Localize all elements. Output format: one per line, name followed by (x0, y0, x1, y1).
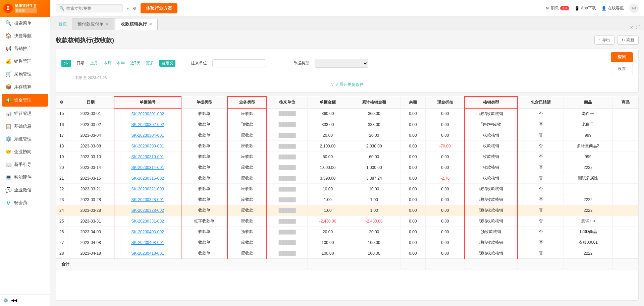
query-button[interactable]: 查询 (611, 52, 633, 62)
code-link[interactable]: SK-20230302-002 (131, 122, 164, 127)
voucher-type-select[interactable] (315, 59, 368, 68)
col-discount[interactable]: 现金折扣 (426, 97, 465, 108)
cell-code[interactable]: SK-20230328-001 (114, 194, 181, 205)
code-link[interactable]: SK-20230301-002 (131, 112, 164, 116)
col-verify-type[interactable]: 核销类型 (465, 97, 518, 108)
online-service-btn[interactable]: 👤 在线客服 (601, 5, 624, 11)
col-verified[interactable]: 累计核销金额 (348, 97, 400, 108)
tab-home[interactable]: 首页 (54, 18, 71, 30)
sidebar-item-sales[interactable]: 💰 销售管理 (0, 55, 50, 68)
sidebar-item-purchase[interactable]: 🛒 采购管理 (0, 68, 50, 80)
code-link[interactable]: SK-20230403-002 (131, 230, 164, 234)
cell-voucher-type: 收款单 (181, 119, 227, 130)
code-link[interactable]: SK-20230321-003 (131, 187, 164, 191)
cell-code[interactable]: SK-20230408-001 (114, 237, 181, 248)
app-download-btn[interactable]: 📱 App下载 (575, 5, 596, 11)
dropdown-arrow-icon[interactable]: ▾ (127, 6, 129, 11)
col-balance[interactable]: 余额 (400, 97, 425, 108)
code-link[interactable]: SK-20230304-001 (131, 133, 164, 138)
code-link[interactable]: SK-20230310-001 (131, 155, 164, 159)
cell-code[interactable]: SK-20230331-002 (114, 216, 181, 227)
filter-expand-toggle[interactable]: ≫ (61, 60, 71, 67)
sidebar-item-finance[interactable]: 💵 资金管理 (2, 94, 48, 107)
col-included[interactable]: 包含已结清 (518, 97, 564, 108)
code-link[interactable]: SK-20230328-002 (131, 208, 164, 213)
sidebar-item-guide[interactable]: 📖 新手引导 (0, 158, 50, 171)
sidebar-item-inventory[interactable]: 📦 库存核算 (0, 80, 50, 93)
col-amount[interactable]: 单据金额 (308, 97, 348, 108)
cell-code[interactable]: SK-20230308-001 (114, 141, 181, 151)
date-this-year[interactable]: 本年 (117, 60, 125, 66)
collapse-icon[interactable]: ◀◀ (11, 298, 17, 303)
partner-dots[interactable]: ··· (271, 61, 278, 66)
cell-biz-type: 应收款 (227, 237, 267, 248)
code-link[interactable]: SK-20230408-001 (131, 240, 164, 245)
close-window-icon[interactable]: ✕ (630, 25, 633, 30)
settings-icon[interactable]: ⚙ (133, 6, 137, 11)
setting-button[interactable]: 设置 (611, 64, 633, 74)
cell-code[interactable]: SK-20230321-003 (114, 184, 181, 194)
hardware-icon: 💻 (5, 174, 11, 180)
code-link[interactable]: SK-20230308-001 (131, 144, 164, 148)
cell-code[interactable]: SK-20230418-001 (114, 248, 181, 259)
sidebar-item-marketing[interactable]: 📢 营销推广 (0, 42, 50, 55)
tab-receipt-close[interactable]: ✕ (149, 22, 152, 26)
cell-code[interactable]: SK-20230310-001 (114, 151, 181, 162)
col-voucher-type[interactable]: 单据类型 (181, 97, 227, 108)
col-date[interactable]: 日期 (67, 97, 114, 108)
sidebar-item-basic[interactable]: 📋 基础信息 (0, 120, 50, 133)
refresh-button[interactable]: ↻ 刷新 (617, 36, 639, 45)
col-goods2[interactable]: 商品 (613, 97, 638, 108)
col-biz-type[interactable]: 业务类型 (227, 97, 267, 108)
code-link[interactable]: SK-20230315-002 (131, 176, 164, 181)
date-custom[interactable]: 自定义 (159, 60, 175, 67)
sidebar-item-search[interactable]: 🔍 搜索菜单 (0, 17, 50, 29)
sidebar-item-collab[interactable]: 🤝 企业协同 (0, 145, 50, 158)
code-link[interactable]: SK-20230314-001 (131, 165, 164, 170)
operation-icon: 📊 (5, 111, 11, 117)
col-goods1[interactable]: 商品 (564, 97, 613, 108)
maximize-icon[interactable]: ⛶ (636, 25, 640, 30)
cell-code[interactable]: SK-20230314-001 (114, 162, 181, 173)
cell-biz-type: 应收款 (227, 162, 267, 173)
sidebar-item-system[interactable]: ⚙️ 系统管理 (0, 133, 50, 145)
gear-icon[interactable]: ⚙️ (3, 298, 8, 303)
col-gear[interactable]: ⚙ (56, 97, 67, 108)
code-link[interactable]: SK-20230328-001 (131, 197, 164, 202)
sidebar-item-quicknav[interactable]: 🏠 快捷导航 (0, 29, 50, 42)
date-this-month[interactable]: 本月 (103, 60, 111, 66)
date-7days[interactable]: 近7天 (130, 60, 141, 66)
search-input[interactable] (66, 6, 113, 11)
col-code[interactable]: 单据编号 (114, 97, 181, 108)
cell-code[interactable]: SK-20230304-001 (114, 130, 181, 141)
col-partner[interactable]: 往来单位 (267, 97, 308, 108)
cell-code[interactable]: SK-20230328-002 (114, 205, 181, 216)
export-button[interactable]: ↑ 导出 (594, 36, 614, 45)
cell-code[interactable]: SK-20230301-002 (114, 108, 181, 119)
search-wrap[interactable]: 🔍 (56, 4, 123, 12)
date-more[interactable]: 更多 (146, 60, 154, 66)
cell-goods2 (613, 108, 638, 119)
sidebar-item-label: 采购管理 (14, 71, 32, 77)
tab-prepay[interactable]: 预付款应付单 ✕ (72, 18, 114, 30)
cell-verify-type: 收款核销 (465, 130, 518, 141)
expand-bar[interactable]: ∨ ∨ 展开更多条件 (61, 80, 633, 89)
date-last-month[interactable]: 上月 (90, 60, 98, 66)
tab-receipt[interactable]: 收款核销执行 ✕ (115, 18, 158, 30)
code-link[interactable]: SK-20230331-002 (131, 219, 164, 224)
code-link[interactable]: SK-20230418-001 (131, 251, 164, 256)
cell-code[interactable]: SK-20230403-002 (114, 227, 181, 237)
sidebar-item-label: 基础信息 (14, 123, 32, 129)
sidebar-item-hardware[interactable]: 💻 智能硬件 (0, 171, 50, 184)
tab-prepay-close[interactable]: ✕ (106, 22, 109, 26)
sidebar-item-member[interactable]: V 畅会员 (0, 196, 50, 209)
partner-input[interactable] (212, 59, 266, 67)
user-avatar[interactable]: Rit (629, 4, 639, 13)
summary-amount (308, 259, 348, 270)
industry-solution-button[interactable]: 体验行业方案 (141, 3, 177, 13)
sidebar-item-wechat[interactable]: 💬 企业微信 (0, 184, 50, 196)
sidebar-item-operation[interactable]: 📊 经营管理 (0, 107, 50, 120)
messages-btn[interactable]: ✉ 消息 99+ (546, 5, 569, 11)
cell-code[interactable]: SK-20230302-002 (114, 119, 181, 130)
cell-code[interactable]: SK-20230315-002 (114, 173, 181, 184)
